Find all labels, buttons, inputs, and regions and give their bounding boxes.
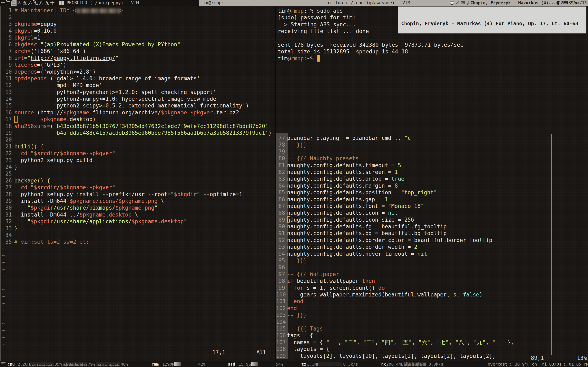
line-number: 107 xyxy=(276,339,287,346)
code-line: 1# Maintainer: TDY < > xyxy=(1,7,272,14)
pacman-icon xyxy=(556,1,561,5)
line-number: 98 xyxy=(276,277,287,284)
code-line: 105-- {{{ Tags xyxy=(276,325,514,332)
code-line: 104 xyxy=(276,318,514,325)
empty-buffer-line: ~ xyxy=(1,313,272,320)
line-number: 95 xyxy=(276,257,287,264)
line-number: 84 xyxy=(276,182,287,189)
code-line: 14 'python2-numpy>=1.0: hyperspectral im… xyxy=(1,95,272,102)
empty-buffer-line: ~ xyxy=(1,334,272,341)
code-line: 27 cd "$srcdir/$pkgname-$pkgver" xyxy=(1,184,272,191)
code-line: 109 layouts[2], layouts[10], layouts[2],… xyxy=(276,352,514,359)
line-number: 97 xyxy=(276,271,287,277)
notification-station: Station: Fryderyk Chopin Radio xyxy=(401,77,583,84)
tasklist-item-terminal[interactable]: tim@rmbp:~ xyxy=(201,0,227,6)
line-number: 77 xyxy=(276,134,287,141)
line-number: 94 xyxy=(276,250,287,257)
line-number: 24 xyxy=(1,164,14,170)
cpu-core2-graph xyxy=(63,362,87,366)
code-line: 4pkgver=0.16.0 xyxy=(1,27,272,34)
code-line: 33} xyxy=(1,225,272,232)
code-line: 15 'python2-scipy>=0.5.2: extended mathe… xyxy=(1,102,272,109)
line-number: 88 xyxy=(276,209,287,216)
music-note-icon xyxy=(466,1,470,5)
line-number: 82 xyxy=(276,169,287,175)
line-number: 4 xyxy=(1,27,14,34)
tag-item[interactable]: 六 xyxy=(27,0,33,6)
code-line: 94naughty.config.defaults.hover_timeout … xyxy=(276,250,514,257)
code-line: 20 xyxy=(1,136,272,143)
line-number: 104 xyxy=(276,318,287,325)
line-number: 100 xyxy=(276,291,287,298)
code-line: 100 gears.wallpaper.maximized(beautiful.… xyxy=(276,291,514,298)
rclua-terminal-scrollbar[interactable] xyxy=(551,134,552,355)
tag-item[interactable]: 九 xyxy=(44,0,50,6)
pen-icon[interactable] xyxy=(455,1,460,5)
tasklist-item-pkgbuild[interactable]: PKGBUILD (~/aur/peppy) - VIM xyxy=(67,0,139,6)
line-number: 13 xyxy=(1,89,14,95)
code-line: 8url="http://peppy.flipturn.org/" xyxy=(1,55,272,61)
code-line: 32 "$pkgdir/usr/share/applications/$pkgn… xyxy=(1,218,272,225)
line-number: 92 xyxy=(276,237,287,243)
code-line: 23 python2 setup.py build xyxy=(1,157,272,164)
ssd-pct: 54% xyxy=(276,361,283,367)
tag-item[interactable]: 十 xyxy=(50,0,55,6)
floating-layout-icon[interactable] xyxy=(1,362,6,366)
line-number: 20 xyxy=(1,136,14,143)
ball-icon[interactable] xyxy=(450,1,454,5)
rclua-code: 77pianobar_playing = pianobar_cmd .. "c"… xyxy=(276,134,514,359)
code-line: 83naughty.config.defaults.ontop = true xyxy=(276,175,514,182)
code-line: 93naughty.config.defaults.border_width =… xyxy=(276,243,514,250)
line-number: 25 xyxy=(1,170,14,177)
line-number: 15 xyxy=(1,102,14,109)
code-line: 79 xyxy=(276,148,514,155)
taglist: 一二三四五六七八九十 xyxy=(0,0,55,6)
line-number: 29 xyxy=(1,198,14,204)
tag-item[interactable]: 七 xyxy=(33,0,39,6)
code-line: 96 xyxy=(276,264,514,271)
tag-item[interactable]: 八 xyxy=(39,0,44,6)
code-line: 11optdepends=('gdal>=1.4.0: broader rang… xyxy=(1,75,272,82)
line-number: 9 xyxy=(1,61,14,68)
tag-item[interactable]: 二 xyxy=(6,0,11,6)
tile-layout-icon[interactable] xyxy=(59,1,64,5)
code-line: 31 install -Dm644 ../$pkgname.desktop \ xyxy=(1,211,272,218)
ram-label: ram xyxy=(151,361,159,367)
line-number: 83 xyxy=(276,175,287,182)
line-number: 108 xyxy=(276,346,287,352)
line-number: 11 xyxy=(1,75,14,82)
line-number: 99 xyxy=(276,284,287,291)
code-line: 89naughty.config.defaults.icon_size = 25… xyxy=(276,216,514,223)
pkgbuild-code: 1# Maintainer: TDY < >23pkgname=peppy4pk… xyxy=(1,7,272,347)
cpu-core2-pct: 79% xyxy=(88,361,95,367)
code-line: 99 for s = 1, screen.count() do xyxy=(276,284,514,291)
tag-item[interactable]: 三 xyxy=(11,0,17,6)
line-number: 103 xyxy=(276,312,287,318)
tx-graph xyxy=(318,362,342,366)
code-line: 24} xyxy=(1,164,272,170)
code-line: 30 "$pkgdir/usr/share/pixmaps/$pkgname.p… xyxy=(1,204,272,211)
ssd-label: ssd xyxy=(228,361,235,367)
mail-icon[interactable] xyxy=(461,1,465,5)
tasklist-item-rclua[interactable]: rc.lua (~/.config/awesome) - VIM xyxy=(328,0,410,6)
empty-buffer-line: ~ xyxy=(1,279,272,286)
code-line: 103-- }}} xyxy=(276,312,514,318)
empty-buffer-line: ~ xyxy=(1,320,272,327)
notification-popup[interactable]: Chopin, Fryderyk - Mazurkas (4) For Pian… xyxy=(398,6,587,34)
line-number: 105 xyxy=(276,325,287,332)
battery-icon xyxy=(563,1,568,6)
code-line: 82naughty.config.defaults.screen = 1 xyxy=(276,169,514,175)
line-number: 35 xyxy=(1,238,14,245)
line-number: 102 xyxy=(276,305,287,312)
ram-pct: 42% xyxy=(198,361,206,367)
line-number: 21 xyxy=(1,143,14,150)
tag-item[interactable]: 五 xyxy=(22,0,27,6)
tag-item[interactable]: 四 xyxy=(17,0,22,6)
tag-item[interactable]: 一 xyxy=(0,0,6,6)
line-number: 23 xyxy=(1,157,14,164)
empty-buffer-line: ~ xyxy=(1,252,272,259)
speaker-icon[interactable] xyxy=(575,1,579,5)
tag-client-square xyxy=(11,0,12,1)
line-number: 28 xyxy=(1,191,14,198)
line-number: 6 xyxy=(1,41,14,48)
